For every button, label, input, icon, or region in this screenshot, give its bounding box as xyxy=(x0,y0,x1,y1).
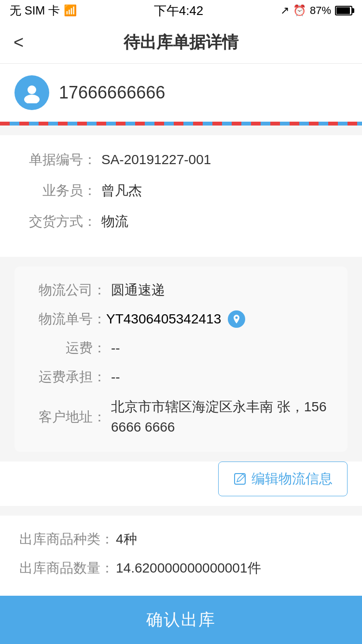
freight-label: 运费： xyxy=(29,339,106,357)
delivery-label: 交货方式： xyxy=(19,211,97,232)
goods-quantity-value: 14.620000000000001件 xyxy=(116,559,261,577)
address-value: 北京市市辖区海淀区永丰南 张，156 6666 6666 xyxy=(111,397,333,437)
status-bar: 无 SIM 卡 📶 下午4:42 ↗ ⏰ 87% xyxy=(0,0,362,21)
order-number-label: 单据编号： xyxy=(19,150,97,170)
salesman-value: 曾凡杰 xyxy=(101,181,343,201)
freight-bear-row: 运费承担： -- xyxy=(29,368,333,386)
location-icon: ↗ xyxy=(280,4,289,17)
freight-value: -- xyxy=(111,340,333,356)
battery-percent: 87% xyxy=(310,4,331,17)
goods-types-value: 4种 xyxy=(116,530,137,548)
tracking-number: YT43064053424​13 xyxy=(106,311,221,327)
tracking-value-container: YT43064053424​13 xyxy=(106,310,245,328)
delivery-row: 交货方式： 物流 xyxy=(19,211,343,232)
salesman-label: 业务员： xyxy=(19,181,97,201)
dashed-divider xyxy=(0,122,362,126)
confirm-button[interactable]: 确认出库 xyxy=(0,596,362,644)
wifi-icon: 📶 xyxy=(64,4,77,17)
alarm-icon: ⏰ xyxy=(293,4,306,17)
logistics-company-row: 物流公司： 圆通速递 xyxy=(29,281,333,299)
address-row: 客户地址： 北京市市辖区海淀区永丰南 张，156 6666 6666 xyxy=(29,397,333,437)
back-button[interactable]: < xyxy=(14,32,24,53)
page-title: 待出库单据详情 xyxy=(124,31,238,54)
logistics-company-value: 圆通速递 xyxy=(111,281,333,299)
delivery-value: 物流 xyxy=(101,211,343,232)
svg-point-0 xyxy=(28,85,36,94)
customer-header: 17666666666 xyxy=(0,64,362,122)
freight-bear-label: 运费承担： xyxy=(29,368,106,386)
location-pin-button[interactable] xyxy=(228,310,245,328)
customer-phone: 17666666666 xyxy=(59,83,165,103)
edit-logistics-container: 编辑物流信息 xyxy=(0,462,362,506)
goods-quantity-row: 出库商品数量： 14.620000000000001件 xyxy=(19,559,343,577)
status-right: ↗ ⏰ 87% xyxy=(280,4,352,17)
edit-logistics-button[interactable]: 编辑物流信息 xyxy=(218,462,348,496)
order-number-value: SA-20191227-001 xyxy=(101,150,343,170)
goods-quantity-label: 出库商品数量： xyxy=(19,559,116,577)
nav-bar: < 待出库单据详情 xyxy=(0,21,362,64)
goods-types-label: 出库商品种类： xyxy=(19,530,116,548)
svg-point-1 xyxy=(24,95,40,103)
logistics-card: 物流公司： 圆通速递 物流单号： YT43064053424​13 运费： --… xyxy=(14,266,348,452)
logistics-company-label: 物流公司： xyxy=(29,281,106,299)
tracking-label: 物流单号： xyxy=(29,310,106,328)
edit-logistics-label: 编辑物流信息 xyxy=(251,470,333,488)
address-label: 客户地址： xyxy=(29,408,106,426)
tracking-row: 物流单号： YT43064053424​13 xyxy=(29,310,333,328)
freight-bear-value: -- xyxy=(111,369,333,385)
order-number-row: 单据编号： SA-20191227-001 xyxy=(19,150,343,170)
status-left: 无 SIM 卡 📶 xyxy=(10,3,77,18)
order-info-section: 单据编号： SA-20191227-001 业务员： 曾凡杰 交货方式： 物流 xyxy=(0,135,362,257)
carrier-text: 无 SIM 卡 xyxy=(10,3,60,18)
goods-section: 出库商品种类： 4种 出库商品数量： 14.620000000000001件 xyxy=(0,516,362,602)
avatar xyxy=(14,75,49,110)
goods-types-row: 出库商品种类： 4种 xyxy=(19,530,343,548)
section-divider xyxy=(0,506,362,516)
battery-icon xyxy=(335,6,352,15)
status-time: 下午4:42 xyxy=(154,2,204,19)
salesman-row: 业务员： 曾凡杰 xyxy=(19,181,343,201)
freight-row: 运费： -- xyxy=(29,339,333,357)
